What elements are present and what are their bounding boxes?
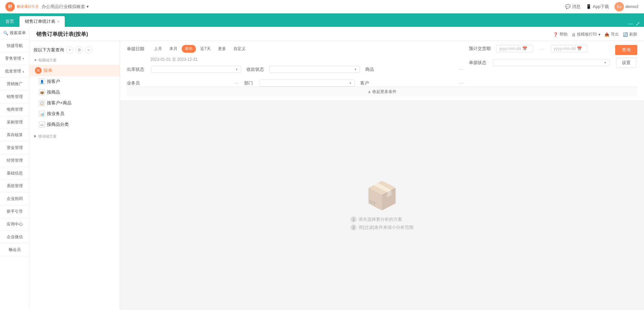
section-pc-label: ▼ 电脑端方案	[30, 56, 120, 65]
query-btn[interactable]: 查询	[615, 45, 637, 55]
shipment-arrow-icon: ▾	[236, 67, 237, 71]
doc-status-select[interactable]: ▾	[493, 59, 610, 66]
department-select[interactable]: ▾	[260, 80, 355, 87]
template-print-btn[interactable]: 🖨 按模板打印 ▾	[572, 32, 600, 37]
export-btn[interactable]: 📤 导出	[604, 32, 619, 37]
enterprise-label: 企业协同	[7, 196, 23, 202]
sidebar-item-enterprise[interactable]: 企业协同	[0, 193, 29, 205]
filter-row-doc-status: 单据状态 ▾	[469, 59, 610, 66]
hint-text-1: 请先选择要分析的方案	[359, 216, 402, 222]
message-btn[interactable]: 💬 消息	[565, 4, 581, 10]
minimize-btn[interactable]: —	[628, 21, 633, 27]
btn-this-year[interactable]: 本年	[182, 45, 196, 53]
customer-more-btn[interactable]: ···	[376, 80, 464, 86]
sidebar-item-search[interactable]: 🔍 搜索菜单	[0, 27, 29, 40]
btn-last-month[interactable]: 上月	[151, 45, 165, 53]
scheme-order-label: 按单	[44, 67, 52, 73]
btn-more[interactable]: 更多	[215, 45, 229, 53]
basic-label: 基础信息	[7, 170, 23, 176]
date-buttons: 上月 本月 本年 近7天 更多 自定义	[151, 45, 249, 53]
sidebar-item-ops[interactable]: 经营管理	[0, 154, 29, 167]
sidebar-item-quick-nav[interactable]: 快捷导航	[0, 40, 29, 52]
sidebar-item-finance[interactable]: 资金管理	[0, 142, 29, 154]
top-bar-left: 好 畅捷通好生意 办公用品行业模拟账套 ▾	[5, 2, 89, 11]
user-profile[interactable]: Ea demo2	[614, 2, 639, 11]
btn-this-month[interactable]: 本月	[166, 45, 180, 53]
goods-more-btn[interactable]: ···	[381, 66, 464, 72]
help-icon: ❓	[553, 32, 558, 37]
scheme-by-goods[interactable]: 📦 按商品	[30, 87, 120, 98]
scheme-cat-icon: 🗂	[39, 121, 45, 127]
date-label: 单据日期	[127, 46, 146, 52]
scheme-by-salesperson[interactable]: 📊 按业务员	[30, 108, 120, 119]
sidebar-item-enterprise-wx[interactable]: 企业微信	[0, 231, 29, 244]
scheme-sp-label: 按业务员	[47, 111, 64, 117]
shipment-status-select[interactable]: ▾	[151, 66, 241, 73]
scheme-by-order[interactable]: 按 按单	[30, 65, 120, 76]
sidebar-item-system[interactable]: 系统管理	[0, 180, 29, 193]
wholesale-label: 批发管理	[5, 68, 21, 74]
salesperson-more-btn[interactable]: ···	[151, 80, 239, 86]
sidebar-item-sales[interactable]: 销售管理	[0, 91, 29, 103]
hint-text-2: 用[过滤]条件来缩小分析范围	[359, 224, 413, 230]
tab-close-btn[interactable]: ×	[57, 19, 59, 23]
salesperson-label: 业务员	[127, 80, 146, 86]
setting-btn[interactable]: 设置	[616, 58, 636, 68]
scheme-by-customer-goods[interactable]: 📋 按客户+商品	[30, 98, 120, 108]
sidebar-item-retail[interactable]: 零售管理 ▾	[0, 52, 29, 65]
logo-abbr: 好	[8, 4, 12, 9]
filter-row-delivery: 预计交货期 yyyy-mm-dd 📅 — yyyy-mm-dd 📅	[469, 45, 610, 52]
doc-status-label: 单据状态	[469, 60, 488, 66]
purchase-label: 采购管理	[7, 119, 23, 125]
search-icon: 🔍	[3, 31, 8, 36]
app-download-btn[interactable]: 📱 App下载	[586, 4, 609, 10]
workspace-selector[interactable]: 办公用品行业模拟账套 ▾	[42, 4, 89, 10]
sidebar-item-app-center[interactable]: 应用中心	[0, 218, 29, 231]
department-arrow-icon: ▾	[350, 81, 351, 85]
sidebar-item-marketing[interactable]: 营销推广	[0, 78, 29, 91]
add-scheme-btn[interactable]: +	[66, 46, 73, 54]
collapse-bar[interactable]: ∧ 收起更多条件	[127, 87, 637, 97]
doc-status-arrow-icon: ▾	[604, 61, 606, 64]
empty-hints: 1 请先选择要分析的方案 2 用[过滤]条件来缩小分析范围	[351, 215, 413, 231]
right-panel: 单据日期 上月 本月 本年 近7天 更多 自定义 2023	[120, 41, 644, 310]
date-separator: —	[540, 46, 544, 51]
payment-status-select[interactable]: ▾	[269, 66, 360, 73]
tab-home[interactable]: 首页	[0, 16, 19, 27]
ecommerce-label: 电商管理	[7, 107, 23, 112]
sidebar-item-new-guide[interactable]: 新手引导	[0, 205, 29, 218]
settings-scheme-btn[interactable]: ⚙	[75, 46, 83, 54]
refresh-btn[interactable]: 🔄 刷新	[623, 32, 637, 37]
username: demo2	[625, 4, 639, 9]
sidebar-item-wholesale[interactable]: 批发管理 ▴	[0, 65, 29, 78]
query-area: 查询 设置	[615, 45, 637, 68]
tab-home-label: 首页	[5, 18, 14, 24]
help-btn[interactable]: ❓ 帮助	[553, 32, 568, 37]
scheme-by-customer[interactable]: 👤 按客户	[30, 76, 120, 87]
scheme-goods-label: 按商品	[47, 89, 60, 95]
btn-custom[interactable]: 自定义	[230, 45, 249, 53]
panel-title: 按以下方案查询	[34, 47, 64, 53]
btn-last7days[interactable]: 近7天	[197, 45, 214, 53]
scheme-goods-icon: 📦	[39, 89, 45, 95]
maximize-btn[interactable]: ⤢	[636, 20, 640, 27]
delivery-end-input[interactable]: yyyy-mm-dd 📅	[551, 45, 588, 52]
sidebar-item-inventory[interactable]: 库存核算	[0, 129, 29, 142]
scheme-by-category[interactable]: 🗂 按商品分类	[30, 119, 120, 130]
sidebar-item-ecommerce[interactable]: 电商管理	[0, 103, 29, 116]
tab-sales-label: 销售订单统计表	[25, 18, 55, 24]
sidebar-item-membership[interactable]: 畅会员	[0, 244, 29, 256]
sidebar-item-purchase[interactable]: 采购管理	[0, 116, 29, 129]
search-label: 搜索菜单	[10, 30, 26, 36]
collapse-panel-btn[interactable]: «	[85, 46, 92, 54]
empty-state: 📦 1 请先选择要分析的方案 2 用[过滤]条件来缩小分析范围	[120, 101, 644, 310]
export-icon: 📤	[604, 32, 609, 37]
export-label: 导出	[611, 32, 619, 37]
expand-mobile-icon: ▶	[34, 134, 37, 138]
tab-sales-order-stats[interactable]: 销售订单统计表 ×	[19, 16, 65, 27]
delivery-date-label: 预计交货期	[469, 46, 491, 52]
delivery-start-input[interactable]: yyyy-mm-dd 📅	[496, 45, 533, 52]
quick-nav-label: 快捷导航	[7, 43, 23, 49]
retail-arrow-icon: ▾	[22, 57, 24, 60]
sidebar-item-basic[interactable]: 基础信息	[0, 167, 29, 180]
